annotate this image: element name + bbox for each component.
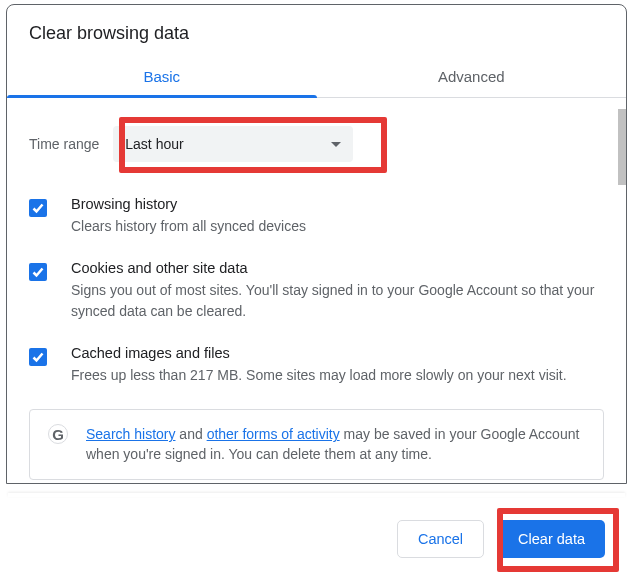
dialog-title: Clear browsing data: [7, 5, 626, 58]
tab-basic[interactable]: Basic: [7, 58, 317, 97]
link-other-activity[interactable]: other forms of activity: [207, 426, 340, 442]
option-title: Cached images and files: [71, 345, 604, 361]
dialog-content: Time range Last hour Browsing history Cl…: [7, 98, 626, 480]
dialog-footer: Cancel Clear data: [0, 496, 633, 580]
option-cookies: Cookies and other site data Signs you ou…: [29, 250, 604, 335]
option-browsing-history: Browsing history Clears history from all…: [29, 186, 604, 250]
cancel-button[interactable]: Cancel: [397, 520, 484, 558]
checkbox-cache[interactable]: [29, 348, 47, 366]
option-desc: Frees up less than 217 MB. Some sites ma…: [71, 365, 604, 385]
notice-text-mid: and: [175, 426, 206, 442]
option-cache: Cached images and files Frees up less th…: [29, 335, 604, 399]
google-icon: G: [48, 424, 68, 444]
checkbox-browsing-history[interactable]: [29, 199, 47, 217]
link-search-history[interactable]: Search history: [86, 426, 175, 442]
time-range-select[interactable]: Last hour: [113, 126, 353, 162]
option-desc: Signs you out of most sites. You'll stay…: [71, 280, 604, 321]
option-title: Cookies and other site data: [71, 260, 604, 276]
google-account-notice: G Search history and other forms of acti…: [29, 409, 604, 480]
chevron-down-icon: [331, 142, 341, 147]
footer-shadow: [8, 493, 625, 497]
clear-data-button[interactable]: Clear data: [498, 520, 605, 558]
time-range-label: Time range: [29, 136, 99, 152]
option-desc: Clears history from all synced devices: [71, 216, 604, 236]
scrollbar[interactable]: [618, 109, 626, 479]
scrollbar-thumb[interactable]: [618, 109, 626, 185]
clear-browsing-data-dialog: Clear browsing data Basic Advanced Time …: [6, 4, 627, 484]
option-title: Browsing history: [71, 196, 604, 212]
checkbox-cookies[interactable]: [29, 263, 47, 281]
google-notice-text: Search history and other forms of activi…: [86, 424, 585, 465]
tab-advanced[interactable]: Advanced: [317, 58, 627, 97]
tabs: Basic Advanced: [7, 58, 626, 98]
time-range-row: Time range Last hour: [29, 98, 604, 186]
time-range-value: Last hour: [125, 136, 183, 152]
